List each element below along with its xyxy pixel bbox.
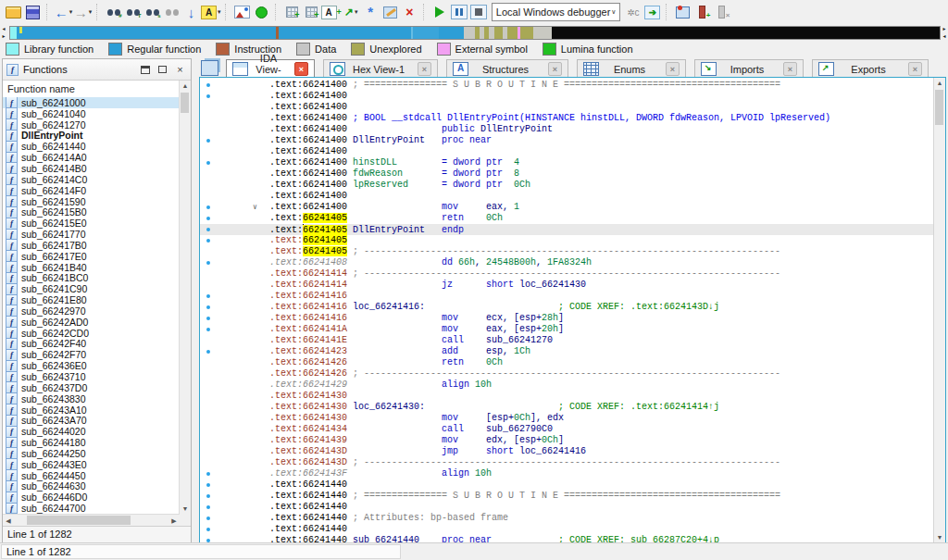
debugger-select[interactable]: Local Windows debugger∨ bbox=[492, 3, 621, 21]
search-sequence-icon[interactable]: s bbox=[143, 3, 162, 21]
asm-line[interactable]: .text:66241426 ; -----------------------… bbox=[200, 368, 934, 380]
asm-line[interactable]: .text:6624141E call sub_66241270 bbox=[200, 335, 934, 346]
function-name-column-header[interactable]: Function name bbox=[3, 81, 191, 98]
asterisk-mark-icon[interactable]: * bbox=[361, 3, 380, 21]
jump-forward-icon[interactable]: →▾ bbox=[73, 3, 93, 21]
asm-line[interactable]: .text:66241439 mov edx, [esp+0Ch] bbox=[200, 435, 934, 446]
debugger-windows-icon[interactable] bbox=[673, 3, 692, 21]
function-row[interactable]: sub_662436E0 bbox=[3, 360, 180, 371]
run-until-return-icon[interactable]: ➔ bbox=[642, 3, 662, 21]
function-row[interactable]: sub_66244630 bbox=[3, 481, 180, 492]
close-panel-icon[interactable]: × bbox=[173, 64, 187, 76]
function-row[interactable]: sub_66242F40 bbox=[3, 339, 180, 350]
navband-strip[interactable] bbox=[9, 26, 941, 40]
function-row[interactable]: sub_662446D0 bbox=[3, 492, 180, 503]
function-row[interactable]: sub_662415B0 bbox=[3, 206, 180, 218]
function-row[interactable]: sub_662417B0 bbox=[3, 240, 180, 251]
asm-line[interactable]: .text:66241400 hinstDLL = dword ptr 4 bbox=[200, 157, 934, 168]
function-row[interactable]: sub_66241770 bbox=[3, 229, 180, 240]
function-row[interactable]: sub_66241B40 bbox=[3, 262, 180, 273]
asm-line[interactable]: .text:66241414 ; -----------------------… bbox=[200, 268, 934, 280]
start-process-icon[interactable] bbox=[430, 3, 450, 21]
search-memory-icon[interactable]: # bbox=[104, 3, 123, 21]
asm-line[interactable]: .text:66241440 ; =============== S U B R… bbox=[200, 491, 934, 502]
asm-line[interactable]: .text:66241400 ; =============== S U B R… bbox=[200, 80, 934, 91]
search-again-icon[interactable] bbox=[162, 3, 181, 21]
function-row[interactable]: sub_66242970 bbox=[3, 305, 180, 317]
asm-line[interactable]: .text:66241434 call sub_662790C0 bbox=[200, 424, 934, 435]
asm-line[interactable]: .text:66241400 bbox=[200, 91, 934, 102]
function-row[interactable]: sub_66241000 bbox=[3, 97, 180, 108]
tab-hex-view-1[interactable]: Hex View-1× bbox=[323, 59, 438, 78]
asm-line[interactable]: .text:6624141A mov eax, [esp+20h] bbox=[200, 324, 934, 335]
function-row[interactable]: sub_66243A70 bbox=[3, 415, 180, 426]
asm-line[interactable]: .text:66241440 bbox=[200, 479, 934, 491]
function-row[interactable]: sub_66241270 bbox=[3, 119, 180, 131]
bitmap-view-icon[interactable] bbox=[232, 3, 252, 21]
add-name-icon[interactable]: A+ bbox=[321, 3, 342, 21]
function-row[interactable]: sub_66241440 bbox=[3, 141, 180, 152]
asm-line[interactable]: .text:66241430 bbox=[200, 391, 934, 402]
asm-line[interactable]: .text:66241400 DllEntryPoint proc near bbox=[200, 135, 934, 146]
function-row[interactable]: sub_66244450 bbox=[3, 470, 180, 481]
function-row[interactable]: sub_66242CD0 bbox=[3, 328, 180, 339]
function-row[interactable]: sub_66244180 bbox=[3, 437, 180, 448]
function-row[interactable]: sub_66244020 bbox=[3, 426, 180, 437]
float-panel-icon[interactable] bbox=[138, 64, 152, 76]
asm-line[interactable]: .text:6624143F align 10h bbox=[200, 468, 934, 479]
patch-edit-icon[interactable] bbox=[380, 3, 400, 21]
function-row[interactable]: sub_662414A0 bbox=[3, 152, 180, 163]
asm-line[interactable]: .text:66241416 mov ecx, [esp+28h] bbox=[200, 313, 934, 324]
scrollbar-thumb[interactable] bbox=[181, 93, 189, 113]
function-row[interactable]: sub_66243A10 bbox=[3, 404, 180, 416]
asm-line[interactable]: .text:66241400 bbox=[200, 102, 934, 113]
asm-line[interactable]: .text:66241429 align 10h bbox=[200, 380, 934, 391]
asm-line[interactable]: .text:66241430 loc_66241430: ; CODE XREF… bbox=[200, 402, 934, 413]
jump-back-icon[interactable]: ←▾ bbox=[54, 3, 73, 21]
delete-breakpoint-icon[interactable]: × bbox=[712, 3, 731, 21]
function-row[interactable]: sub_662414F0 bbox=[3, 185, 180, 196]
tab-close-icon[interactable]: × bbox=[783, 62, 797, 76]
navband-segment[interactable] bbox=[439, 27, 464, 39]
asm-line[interactable]: .text:66241430 mov [esp+0Ch], edx bbox=[200, 413, 934, 424]
function-row[interactable]: sub_66242F70 bbox=[3, 349, 180, 360]
asm-line[interactable]: .text:66241416 loc_66241416: ; CODE XREF… bbox=[200, 302, 934, 313]
asm-line[interactable]: .text:66241400 bbox=[200, 191, 934, 202]
asm-line[interactable]: .text:66241400 bbox=[200, 146, 934, 157]
function-row[interactable]: DllEntryPoint bbox=[3, 131, 180, 142]
asm-line[interactable]: .text:6624143D ; -----------------------… bbox=[200, 457, 934, 468]
functions-panel-titlebar[interactable]: Functions × bbox=[3, 59, 191, 81]
asm-line[interactable]: .text:66241405 DllEntryPoint endp bbox=[200, 224, 934, 235]
function-row[interactable]: sub_66241C90 bbox=[3, 283, 180, 294]
stop-process-icon[interactable] bbox=[469, 3, 489, 21]
asm-line[interactable]: .text:6624143D jmp short loc_66241416 bbox=[200, 446, 934, 457]
add-data-icon[interactable]: + bbox=[302, 3, 321, 21]
function-row[interactable]: sub_66241BC0 bbox=[3, 273, 180, 284]
function-row[interactable]: sub_66243710 bbox=[3, 371, 180, 382]
navband-segment[interactable] bbox=[533, 27, 552, 39]
asm-line[interactable]: .text:66241426 retn 0Ch bbox=[200, 357, 934, 368]
ascii-string-icon[interactable]: A▾ bbox=[201, 3, 221, 21]
tab-ida-view-a[interactable]: IDA View-A× bbox=[226, 59, 315, 78]
add-xref-icon[interactable]: ↗▾ bbox=[342, 3, 361, 21]
navband-segment[interactable] bbox=[507, 27, 518, 39]
asm-line[interactable]: .text:66241400 lpReserved = dword ptr 0C… bbox=[200, 180, 934, 191]
tab-close-icon[interactable]: × bbox=[294, 62, 308, 76]
asm-line[interactable]: .text:66241400 ; BOOL __stdcall DllEntry… bbox=[200, 113, 934, 124]
function-row[interactable]: sub_66241E80 bbox=[3, 294, 180, 305]
colors-icon[interactable] bbox=[252, 3, 271, 21]
attach-process-icon[interactable]: ✲c bbox=[623, 3, 642, 21]
asm-line[interactable]: .text:66241405 retn 0Ch bbox=[200, 213, 934, 224]
navband-scroll-left-icon[interactable]: ◂▸ bbox=[0, 25, 7, 40]
jump-to-address-icon[interactable]: ↓ bbox=[181, 3, 201, 21]
add-breakpoint-icon[interactable]: + bbox=[692, 3, 712, 21]
scroll-up-icon[interactable]: ▲ bbox=[180, 81, 191, 92]
scroll-down-icon[interactable]: ▼ bbox=[180, 504, 191, 515]
tab-close-icon[interactable]: × bbox=[548, 62, 562, 76]
navband-segment[interactable] bbox=[10, 27, 17, 39]
function-row[interactable]: sub_662414B0 bbox=[3, 163, 180, 174]
asm-line[interactable]: .text:66241400 fdwReason = dword ptr 8 bbox=[200, 168, 934, 180]
open-file-icon[interactable] bbox=[4, 3, 23, 21]
asm-line[interactable]: .text:66241440 bbox=[200, 524, 934, 535]
navband-segment[interactable] bbox=[552, 27, 940, 39]
